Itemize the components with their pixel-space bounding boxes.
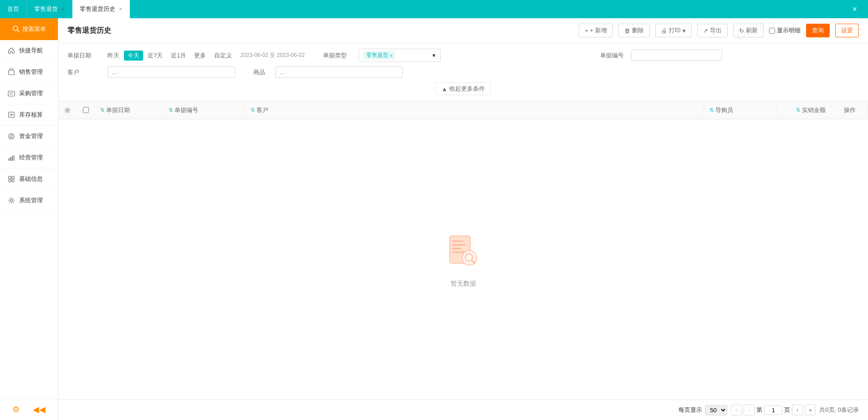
bill-type-tag-close[interactable]: × [390, 53, 392, 58]
tab-retail-return-close[interactable]: × [62, 6, 65, 12]
page-number-input[interactable] [764, 405, 782, 415]
th-guide[interactable]: ⇅ 导购员 [704, 102, 777, 118]
date-opt-yesterday[interactable]: 昨天 [104, 51, 123, 61]
display-detail-checkbox[interactable] [769, 28, 775, 34]
svg-rect-9 [9, 176, 11, 179]
sidebar-item-inventory[interactable]: 库存核算 [0, 104, 58, 126]
type-select-dropdown-icon: ▾ [432, 52, 436, 59]
date-opt-today[interactable]: 今天 [124, 51, 143, 61]
tab-bar: 首页 零售退货 × 零售退货历史 × [0, 0, 848, 18]
content-area: 零售退货历史 + + 新增 🗑 删除 🖨 打印 ▾ ↗ 导出 [58, 18, 868, 420]
basic-icon [7, 175, 15, 183]
page-prefix: 第 [756, 406, 762, 414]
sidebar-item-system[interactable]: 系统管理 [0, 190, 58, 211]
sidebar-search-label: 搜索菜单 [22, 25, 46, 33]
tab-retail-return-history[interactable]: 零售退货历史 × [72, 0, 130, 18]
finance-icon [7, 132, 15, 140]
goods-input[interactable] [275, 67, 403, 78]
delete-icon: 🗑 [624, 27, 630, 34]
delete-button[interactable]: 🗑 删除 [618, 24, 650, 37]
th-select-all[interactable] [77, 107, 95, 113]
svg-rect-12 [12, 179, 14, 182]
date-opt-more[interactable]: 更多 [190, 51, 210, 61]
page-header: 零售退货历史 + + 新增 🗑 删除 🖨 打印 ▾ ↗ 导出 [58, 18, 868, 43]
audio-bottom-icon[interactable]: ◀◀ [33, 405, 46, 415]
page-suffix: 页 [784, 406, 790, 414]
purchase-icon [7, 89, 15, 97]
sidebar-item-purchase[interactable]: 采购管理 [0, 83, 58, 104]
date-opt-7days[interactable]: 近7天 [144, 51, 166, 61]
display-detail-checkbox-label[interactable]: 显示明细 [769, 26, 801, 35]
sales-icon [7, 68, 15, 76]
settings-bottom-icon[interactable]: ⚙ [12, 405, 20, 415]
date-opt-custom[interactable]: 自定义 [211, 51, 236, 61]
sidebar-item-quick-nav[interactable]: 快捷导航 [0, 40, 58, 61]
sidebar: 搜索菜单 快捷导航 销售管理 [0, 18, 58, 420]
first-page-button[interactable]: « [731, 405, 742, 415]
bill-number-section: 单据编号 [600, 50, 859, 61]
customer-section: 客户 [67, 67, 235, 78]
next-page-button[interactable]: › [792, 405, 803, 415]
date-range-display: 2023-06-02 至 2023-06-02 [240, 51, 304, 59]
th-bill-number[interactable]: ⇅ 单据编号 [163, 102, 245, 118]
th-bill-date[interactable]: ⇅ 单据日期 [95, 102, 163, 118]
query-button[interactable]: 查询 [806, 24, 830, 37]
sidebar-item-sales[interactable]: 销售管理 [0, 61, 58, 83]
page-title: 零售退货历史 [67, 26, 111, 36]
th-amount-sort-icon: ⇅ [796, 107, 800, 113]
per-page-select[interactable]: 50 [705, 405, 727, 415]
th-operation: 操作 [832, 102, 868, 118]
th-bill-date-sort-icon: ⇅ [100, 107, 104, 113]
print-button[interactable]: 🖨 打印 ▾ [655, 24, 692, 37]
tab-home-label: 首页 [7, 5, 19, 13]
search-icon [12, 25, 20, 34]
add-button[interactable]: + + 新增 [579, 24, 613, 37]
tab-retail-return-history-label: 零售退货历史 [80, 5, 115, 13]
svg-rect-17 [452, 244, 466, 246]
svg-rect-10 [12, 176, 14, 179]
svg-point-14 [67, 109, 68, 111]
refresh-button[interactable]: ↻ 刷新 [733, 24, 764, 37]
bill-number-label: 单据编号 [600, 51, 627, 60]
svg-point-13 [10, 200, 13, 202]
svg-rect-6 [9, 159, 10, 160]
svg-rect-7 [11, 157, 12, 160]
tab-retail-return-history-close[interactable]: × [119, 6, 122, 12]
th-settings-icon[interactable] [58, 107, 77, 113]
export-button[interactable]: ↗ 导出 [697, 24, 728, 37]
settings-button[interactable]: 设置 [835, 24, 859, 37]
collapse-row: ▲ 收起更多条件 [67, 82, 859, 95]
filter-area: 单据日期 昨天 今天 近7天 近1月 更多 自定义 2023-06-02 至 2… [58, 43, 868, 101]
bill-type-select[interactable]: 零售退货 × ▾ [359, 49, 441, 62]
sidebar-item-finance[interactable]: 资金管理 [0, 126, 58, 147]
svg-rect-18 [452, 248, 461, 249]
customer-input[interactable] [108, 67, 235, 78]
tab-home[interactable]: 首页 [0, 0, 27, 18]
last-page-button[interactable]: » [805, 405, 816, 415]
tab-retail-return[interactable]: 零售退货 × [27, 0, 72, 18]
th-bill-number-sort-icon: ⇅ [169, 107, 173, 113]
filter-row-2: 客户 商品 [67, 67, 859, 78]
prev-page-button[interactable]: ‹ [744, 405, 755, 415]
bill-type-label: 单据类型 [323, 51, 355, 60]
th-amount[interactable]: ⇅ 实销金额 [777, 102, 832, 118]
svg-rect-8 [13, 156, 14, 160]
window-close-button[interactable]: × [848, 5, 861, 14]
inventory-icon [7, 111, 15, 119]
per-page-section: 每页显示 50 [678, 405, 727, 415]
sidebar-item-basic[interactable]: 基础信息 [0, 169, 58, 190]
system-icon [7, 196, 15, 205]
th-customer[interactable]: ⇅ 客户 [245, 102, 704, 118]
goods-label: 商品 [253, 68, 272, 77]
bill-number-input[interactable] [631, 50, 722, 61]
tab-retail-return-label: 零售退货 [34, 5, 58, 13]
collapse-button[interactable]: ▲ 收起更多条件 [436, 82, 491, 95]
date-opt-1month[interactable]: 近1月 [167, 51, 190, 61]
sidebar-item-sales-label: 销售管理 [19, 68, 43, 76]
select-all-checkbox[interactable] [83, 107, 89, 113]
date-options: 昨天 今天 近7天 近1月 更多 自定义 2023-06-02 至 2023-0… [104, 51, 305, 61]
operations-icon [7, 154, 15, 162]
top-bar: 首页 零售退货 × 零售退货历史 × × [0, 0, 868, 18]
sidebar-item-operations[interactable]: 经营管理 [0, 147, 58, 169]
sidebar-search[interactable]: 搜索菜单 [0, 18, 58, 40]
